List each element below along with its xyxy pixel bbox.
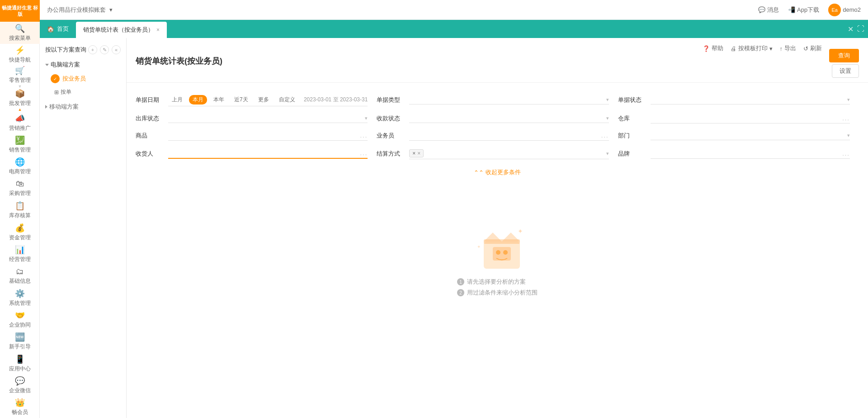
settlement-clear-btn[interactable]: × (417, 150, 420, 157)
sidebar-item-finance[interactable]: 💰 资金管理 (0, 221, 40, 243)
collapse-panel-btn[interactable]: « (112, 45, 121, 54)
custom-tab[interactable]: 自定义 (275, 95, 299, 104)
sub-scheme-item[interactable]: ⊞ 按单 (40, 86, 126, 98)
tab-close-btn[interactable]: × (156, 27, 160, 33)
tab-close-all-btn[interactable]: ✕ (848, 25, 854, 33)
sidebar-item-appcenter[interactable]: 📱 应用中心 (0, 352, 40, 374)
sidebar-item-member[interactable]: 👑 畅会员 (0, 396, 40, 418)
collapse-filters-btn[interactable]: ⌃⌃ 收起更多条件 (470, 165, 524, 180)
breadcrumb: 办公用品行业模拟账套 ▾ (47, 6, 113, 14)
app-download-label: App下载 (797, 6, 819, 14)
filter-area: 单据日期 上月 本月 本年 近7天 更多 自定义 2023-03-01 至 20… (127, 83, 868, 187)
sidebar-item-marketing[interactable]: 📣 营销推广 (0, 112, 40, 133)
username-label: demo2 (843, 6, 861, 13)
dept-select[interactable]: ▾ (651, 131, 850, 140)
date-label: 单据日期 (136, 96, 168, 104)
sidebar-item-sales[interactable]: 💹 销售管理 (0, 133, 40, 155)
expand-pc-icon (45, 64, 49, 66)
enterprise-icon: 🤝 (15, 310, 25, 320)
this-year-tab[interactable]: 本年 (210, 95, 228, 104)
export-btn[interactable]: ↑ 导出 (780, 44, 797, 52)
tip-num-2: 2 (457, 289, 464, 296)
wechat-icon: 💬 (15, 376, 25, 386)
tab-home[interactable]: 🏠 首页 (40, 20, 76, 38)
sidebar-item-inventory[interactable]: 📋 库存核算 (0, 200, 40, 221)
quicknav-icon: ⚡ (15, 45, 25, 55)
search-icon: 🔍 (15, 24, 25, 33)
sidebar-item-search[interactable]: 🔍 搜索菜单 (0, 22, 40, 43)
sidebar-item-operations[interactable]: 📊 经营管理 (0, 243, 40, 265)
empty-illustration: ✦ ✦ (470, 223, 524, 269)
settlement-label: 结算方式 (377, 150, 409, 158)
sidebar-item-retail[interactable]: 🛒 零售管理 ▼ (0, 66, 40, 89)
last7-tab[interactable]: 近7天 (231, 95, 252, 104)
refresh-icon: ↺ (803, 45, 808, 52)
print-icon: 🖨 (731, 45, 736, 52)
mobile-group-header[interactable]: 移动端方案 (40, 100, 126, 114)
app-download-btn[interactable]: 📲 App下载 (788, 6, 819, 14)
doc-status-cell: 单据状态 ▾ (618, 90, 859, 110)
salesperson-select[interactable]: ... (409, 131, 609, 141)
user-menu-btn[interactable]: Ea demo2 (828, 4, 861, 16)
add-scheme-btn[interactable]: + (88, 45, 97, 54)
empty-tips: 1 请先选择要分析的方案 2 用过滤条件来缩小分析范围 (457, 278, 538, 299)
sidebar-item-enterprise[interactable]: 🤝 企业协同 (0, 309, 40, 330)
goods-select[interactable]: ... (168, 131, 368, 141)
refresh-btn[interactable]: ↺ 刷新 (803, 44, 822, 52)
warehouse-dots: ... (842, 115, 850, 122)
edit-scheme-btn[interactable]: ✎ (100, 45, 109, 54)
payment-status-select[interactable]: ▾ (409, 114, 609, 123)
settlement-select[interactable]: × × ▾ (409, 148, 609, 159)
pc-scheme-group: 电脑端方案 ✓ 按业务员 ⊞ 按单 (40, 58, 126, 98)
settings-button[interactable]: 设置 (832, 64, 859, 78)
sidebar-item-quicknav[interactable]: ⚡ 快捷导航 (0, 44, 40, 66)
svg-text:✦: ✦ (518, 228, 523, 235)
settlement-tag: × × (409, 149, 424, 157)
message-icon: 💬 (758, 6, 765, 13)
home-icon: 🏠 (47, 26, 54, 33)
finance-icon: 💰 (15, 223, 25, 233)
doc-type-select[interactable]: ▾ (409, 95, 609, 104)
pc-group-header[interactable]: 电脑端方案 (40, 58, 126, 71)
warehouse-select[interactable]: ... (651, 114, 850, 124)
wholesale-icon: 📦 (15, 89, 25, 99)
this-month-tab[interactable]: 本月 (189, 95, 207, 104)
help-btn[interactable]: ❓ 帮助 (703, 44, 723, 52)
sidebar: 畅捷通好生意 标版 🔍 搜索菜单 ⚡ 快捷导航 🛒 零售管理 ▼ 📦 批发管理 … (0, 0, 40, 418)
receiver-label: 收货人 (136, 150, 168, 158)
collapse-icon: ⌃⌃ (474, 169, 484, 176)
payment-status-cell: 收款状态 ▾ (377, 110, 618, 127)
sidebar-item-basic[interactable]: 🗂 基础信息 (0, 265, 40, 287)
inventory-icon: 📋 (15, 201, 25, 211)
tab-maximize-btn[interactable]: ⛶ (857, 25, 864, 33)
mobile-group-label: 移动端方案 (49, 103, 79, 111)
avatar: Ea (828, 4, 841, 16)
collapse-label: 收起更多条件 (486, 168, 521, 176)
receiver-input[interactable]: ... (168, 148, 368, 159)
out-status-select[interactable]: ▾ (168, 114, 368, 123)
marketing-icon: 📣 (15, 114, 25, 124)
sidebar-item-wholesale[interactable]: 📦 批发管理 ▲ (0, 89, 40, 112)
receiver-cell: 收货人 ... (136, 144, 377, 163)
brand-select[interactable]: ... (651, 149, 850, 159)
sidebar-item-ecommerce[interactable]: 🌐 电商管理 (0, 156, 40, 177)
more-tab[interactable]: 更多 (255, 95, 273, 104)
sidebar-item-newguide[interactable]: 🆕 新手引导 (0, 331, 40, 352)
left-panel-actions: + ✎ « (88, 45, 121, 54)
doc-status-select[interactable]: ▾ (651, 95, 850, 104)
tab-active[interactable]: 销货单统计表（按业务员） × (76, 22, 167, 38)
doc-type-cell: 单据类型 ▾ (377, 90, 618, 110)
last-month-tab[interactable]: 上月 (168, 95, 186, 104)
logo: 畅捷通好生意 标版 (0, 0, 40, 22)
basic-icon: 🗂 (16, 267, 24, 276)
message-btn[interactable]: 💬 消息 (758, 6, 779, 14)
query-button[interactable]: 查询 (829, 49, 859, 62)
sidebar-item-system[interactable]: ⚙️ 系统管理 (0, 287, 40, 309)
sidebar-item-wechat[interactable]: 💬 企业微信 (0, 374, 40, 396)
template-print-btn[interactable]: 🖨 按模板打印 ▾ (731, 44, 773, 52)
scheme-item-salesperson[interactable]: ✓ 按业务员 (40, 71, 126, 86)
goods-dots: ... (360, 132, 368, 139)
salesperson-cell: 业务员 ... (377, 127, 618, 144)
sidebar-item-purchase[interactable]: 🛍 采购管理 (0, 177, 40, 199)
date-filter-control: 上月 本月 本年 近7天 更多 自定义 2023-03-01 至 2023-03… (168, 94, 368, 106)
